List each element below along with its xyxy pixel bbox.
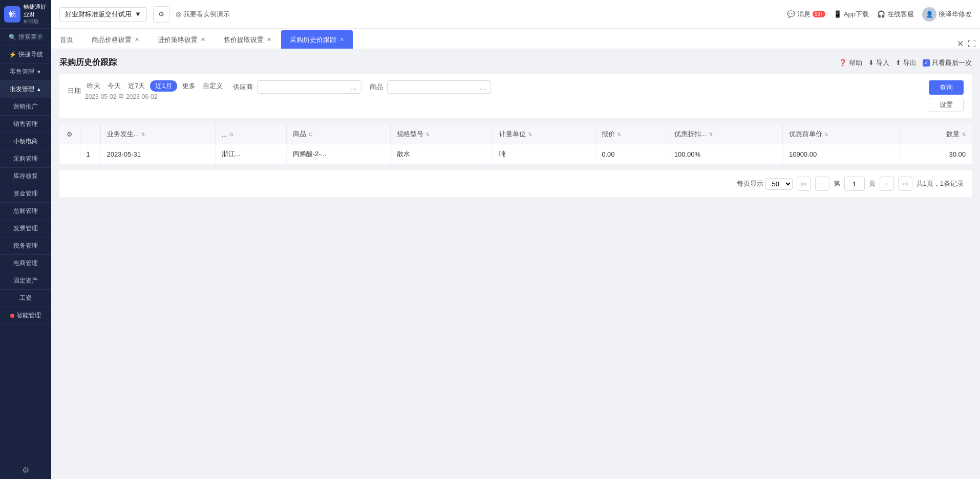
sidebar-item-finance[interactable]: 资金管理 (0, 185, 51, 203)
pagination-total: 共1页，1条记录 (917, 179, 964, 188)
tab-price-label: 商品价格设置 (92, 35, 132, 45)
import-button[interactable]: ⬇ 导入 (868, 58, 889, 68)
date-last7days[interactable]: 近7天 (126, 80, 147, 92)
tab-close-all-button[interactable]: ✕ (957, 39, 964, 49)
chevron-down-icon: ▼ (135, 10, 141, 18)
sidebar-search[interactable]: 🔍 搜索菜单 (0, 29, 51, 46)
product-input[interactable] (392, 83, 478, 91)
close-icon[interactable]: ✕ (267, 36, 271, 43)
sidebar-item-fixed-assets[interactable]: 固定资产 (0, 272, 51, 290)
sidebar-item-wholesale[interactable]: 批发管理 ▲ (0, 81, 51, 98)
product-filter-label: 商品 (370, 82, 383, 92)
th-product[interactable]: 商品 ⇅ (286, 124, 391, 144)
import-icon: ⬇ (868, 59, 874, 67)
tab-strategy[interactable]: 进价策略设置 ✕ (149, 30, 214, 49)
only-last-checkbox[interactable]: ✓ 只看最后一次 (923, 58, 972, 68)
headset-icon: 🎧 (877, 10, 885, 18)
row-supplier: 浙江... (215, 144, 286, 164)
th-product-label: 商品 (293, 129, 306, 139)
th-unit-label: 计量单位 (499, 129, 526, 139)
sidebar-item-tax[interactable]: 税务管理 (0, 237, 51, 255)
sidebar-settings-icon[interactable]: ⚙ (22, 465, 29, 475)
sidebar-item-sales[interactable]: 销售管理 (0, 116, 51, 133)
product-dots-button[interactable]: ... (480, 82, 486, 92)
topbar-settings-button[interactable]: ⚙ (153, 6, 169, 23)
version-selector[interactable]: 好业财标准版交付试用 ▼ (59, 7, 147, 21)
th-unit[interactable]: 计量单位 ⇅ (493, 124, 595, 144)
tab-sale[interactable]: 售价提取设置 ✕ (215, 30, 280, 49)
demo-link[interactable]: ◎ 我要看实例演示 (176, 10, 230, 19)
supplier-dots-button[interactable]: ... (350, 82, 356, 92)
tab-home[interactable]: 首页 (51, 30, 82, 49)
page-last-button[interactable]: ⏭ (898, 177, 912, 191)
user-menu[interactable]: 👤 徐泽华修改 (922, 7, 972, 21)
page-number-input[interactable] (844, 177, 865, 191)
help-label: 帮助 (849, 58, 862, 68)
page-header: 采购历史价跟踪 ❓ 帮助 ⬇ 导入 ⬆ 导出 ✓ 只看最后一次 (59, 57, 972, 68)
th-more[interactable]: ... ⇅ (215, 124, 286, 144)
page-prev-button[interactable]: ‹ (815, 177, 829, 191)
th-spec[interactable]: 规格型号 ⇅ (391, 124, 493, 144)
supplier-filter-label: 供应商 (233, 82, 253, 92)
th-price[interactable]: 报价 ⇅ (595, 124, 668, 144)
th-discount[interactable]: 优惠折扣... ⇅ (668, 124, 782, 144)
close-icon[interactable]: ✕ (339, 36, 344, 43)
close-icon[interactable]: ✕ (201, 36, 205, 43)
date-last1month[interactable]: 近1月 (150, 80, 177, 92)
product-input-wrap: ... (387, 80, 491, 94)
page-size-dropdown[interactable]: 50 (765, 178, 793, 190)
avatar: 👤 (922, 7, 936, 21)
date-custom[interactable]: 自定义 (201, 80, 225, 92)
row-product: 丙烯酸-2-... (286, 144, 391, 164)
tab-history[interactable]: 采购历史价跟踪 ✕ (281, 30, 353, 49)
page-first-button[interactable]: ⏮ (797, 177, 811, 191)
sidebar-inventory-label: 库存核算 (13, 172, 38, 181)
page-next-button[interactable]: › (880, 177, 894, 191)
sidebar-item-ledger[interactable]: 总账管理 (0, 203, 51, 220)
sidebar-item-invoice[interactable]: 发票管理 (0, 220, 51, 237)
help-button[interactable]: ❓ 帮助 (839, 58, 862, 68)
app-download-button[interactable]: 📱 App下载 (834, 10, 869, 19)
row-spec: 散水 (391, 144, 493, 164)
query-button[interactable]: 查询 (929, 80, 964, 95)
sidebar-item-smart[interactable]: 智能管理 (0, 307, 51, 324)
th-original-price[interactable]: 优惠前单价 ⇅ (782, 124, 900, 144)
sidebar-item-quicknav[interactable]: ⚡ 快捷导航 (0, 46, 51, 63)
topbar: 好业财标准版交付试用 ▼ ⚙ ◎ 我要看实例演示 💬 消息 99+ 📱 App下… (51, 0, 980, 29)
row-index: 1 (80, 144, 100, 164)
date-range-text: 2023-05-02 至 2023-06-02 (85, 93, 225, 101)
th-quantity[interactable]: 数量 ⇅ (900, 124, 972, 144)
sidebar-item-purchase[interactable]: 采购管理 (0, 150, 51, 168)
table-row: 1 2023-05-31 浙江... 丙烯酸-2-... 散水 吨 0.00 1… (59, 144, 972, 164)
th-bizdate[interactable]: 业务发生... ⇅ (100, 124, 215, 144)
tab-strategy-label: 进价策略设置 (158, 35, 198, 45)
th-gear[interactable]: ⚙ (59, 124, 80, 144)
import-label: 导入 (876, 58, 889, 68)
main-area: 好业财标准版交付试用 ▼ ⚙ ◎ 我要看实例演示 💬 消息 99+ 📱 App下… (51, 0, 980, 479)
close-icon[interactable]: ✕ (135, 36, 139, 43)
tab-expand-button[interactable]: ⛶ (968, 39, 976, 49)
checkbox-icon: ✓ (923, 59, 930, 67)
filter-settings-button[interactable]: 设置 (929, 98, 964, 112)
supplier-input[interactable] (262, 83, 348, 91)
date-more[interactable]: 更多 (180, 80, 198, 92)
support-button[interactable]: 🎧 在线客服 (877, 10, 914, 19)
date-today[interactable]: 今天 (105, 80, 123, 92)
sort-icon: ⇅ (528, 132, 532, 137)
message-label: 消息 (797, 10, 811, 19)
message-button[interactable]: 💬 消息 99+ (787, 10, 825, 19)
sidebar-item-ecommerce-mini[interactable]: 小畅电商 (0, 133, 51, 150)
sidebar-item-payroll[interactable]: 工资 (0, 290, 51, 307)
sidebar-item-inventory[interactable]: 库存核算 (0, 168, 51, 185)
chevron-up-icon: ▲ (36, 86, 41, 92)
sidebar-quicknav-label: 快捷导航 (18, 50, 43, 59)
sidebar-item-retail[interactable]: 零售管理 ▼ (0, 63, 51, 81)
sidebar-ecommerce-mini-label: 小畅电商 (13, 137, 38, 146)
supplier-filter-group: 供应商 ... (233, 80, 361, 94)
export-button[interactable]: ⬆ 导出 (896, 58, 917, 68)
sort-icon: ⇅ (141, 132, 145, 137)
sidebar-item-ecommerce[interactable]: 电商管理 (0, 255, 51, 272)
sidebar-item-marketing[interactable]: 营销推广 (0, 98, 51, 116)
tab-price[interactable]: 商品价格设置 ✕ (83, 30, 148, 49)
date-yesterday[interactable]: 昨天 (85, 80, 102, 92)
